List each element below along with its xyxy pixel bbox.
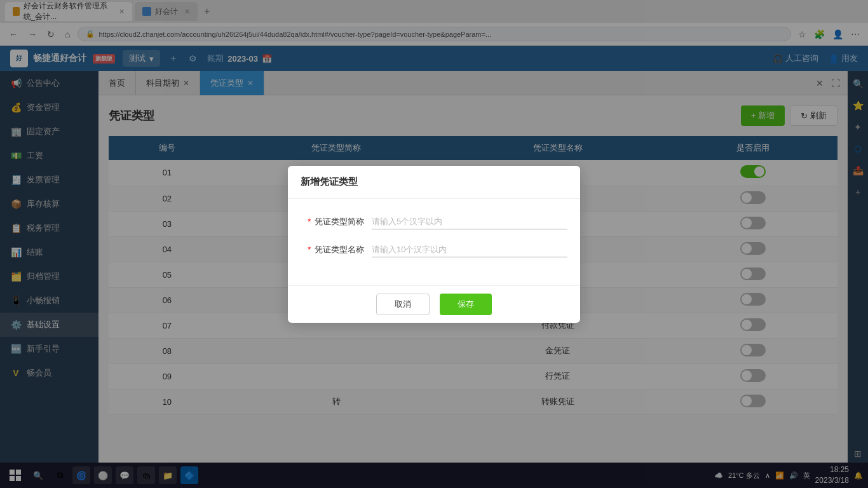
- form-row-name: * 凭证类型名称: [301, 242, 567, 257]
- modal-body: * 凭证类型简称 * 凭证类型名称: [288, 199, 580, 285]
- modal-footer: 取消 保存: [288, 285, 580, 323]
- abbr-label: * 凭证类型简称: [301, 216, 364, 227]
- save-button[interactable]: 保存: [440, 294, 492, 315]
- modal-overlay: 新增凭证类型 * 凭证类型简称 * 凭证类型名称 取消 保存: [0, 0, 868, 488]
- name-label: * 凭证类型名称: [301, 244, 364, 255]
- cancel-button[interactable]: 取消: [376, 294, 430, 315]
- modal-title: 新增凭证类型: [301, 176, 358, 187]
- modal-header: 新增凭证类型: [288, 166, 580, 199]
- abbr-input[interactable]: [372, 214, 567, 229]
- name-input[interactable]: [372, 242, 567, 257]
- required-star-abbr: *: [308, 217, 311, 226]
- required-star-name: *: [308, 245, 311, 254]
- new-voucher-type-modal: 新增凭证类型 * 凭证类型简称 * 凭证类型名称 取消 保存: [288, 166, 580, 323]
- form-row-abbr: * 凭证类型简称: [301, 214, 567, 229]
